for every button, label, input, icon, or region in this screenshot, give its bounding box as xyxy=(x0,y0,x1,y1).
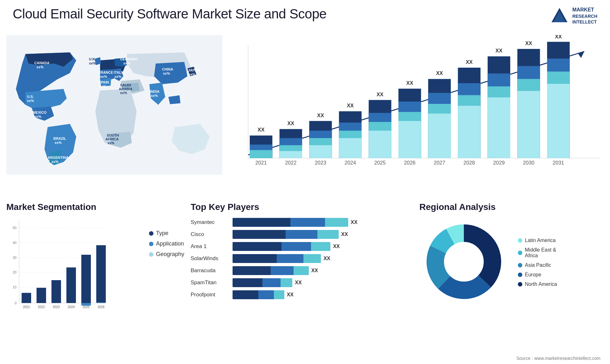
map-label-uk: U.K. xyxy=(89,57,96,61)
player-row-spamtitan: SpamTitan XX xyxy=(191,278,369,288)
map-label-japan: JAPAN xyxy=(188,68,200,72)
map-label-china: CHINA xyxy=(162,67,173,71)
svg-text:XX: XX xyxy=(406,80,413,86)
map-label-spain-val: xx% xyxy=(99,84,106,88)
key-players-section: Top Key Players Symantec XX Cisco xyxy=(191,202,369,354)
segmentation-legend: Type Application Geography xyxy=(149,217,184,258)
svg-text:2023: 2023 xyxy=(53,305,60,309)
legend-type-dot xyxy=(149,231,153,236)
svg-text:2026: 2026 xyxy=(98,305,105,309)
legend-asia-label: Asia Pacific xyxy=(525,262,551,268)
player-name-barracuda: Barracuda xyxy=(191,267,229,274)
player-xx-solarwinds: XX xyxy=(323,256,330,261)
svg-text:2028: 2028 xyxy=(464,160,475,165)
player-row-symantec: Symantec XX xyxy=(191,217,369,227)
svg-text:XX: XX xyxy=(317,112,324,118)
player-bar-solarwinds: XX xyxy=(233,253,369,264)
svg-rect-108 xyxy=(96,245,106,302)
svg-marker-4 xyxy=(578,51,584,58)
legend-geography: Geography xyxy=(149,251,184,258)
player-row-barracuda: Barracuda XX xyxy=(191,266,369,276)
regional-container: Latin America Middle East &Africa Asia P… xyxy=(419,217,604,307)
legend-application-dot xyxy=(149,242,153,246)
map-label-southafrica2: AFRICA xyxy=(105,137,119,141)
svg-text:30: 30 xyxy=(13,256,17,260)
player-row-solarwinds: SolarWinds XX xyxy=(191,253,369,264)
svg-rect-27 xyxy=(339,138,362,158)
segmentation-section: Market Segmentation 0 10 20 30 40 50 60 xyxy=(6,202,184,354)
map-label-brazil: BRAZIL xyxy=(53,137,66,140)
map-label-southafrica-val: xx% xyxy=(107,141,114,145)
bar-chart-section: XX 2021 XX 2022 XX 2023 XX 2024 XX 2025 xyxy=(229,35,604,175)
map-label-india: INDIA xyxy=(150,90,159,93)
legend-europe-dot xyxy=(518,273,522,277)
svg-text:2022: 2022 xyxy=(285,160,296,165)
legend-latin-america: Latin America xyxy=(518,238,557,243)
map-label-france: FRANCE xyxy=(98,71,113,74)
svg-text:2021: 2021 xyxy=(255,160,267,165)
map-label-saudi-val: xx% xyxy=(120,91,127,95)
map-label-japan-val: xx% xyxy=(188,72,195,76)
svg-text:2021: 2021 xyxy=(23,305,30,309)
legend-latin-label: Latin America xyxy=(525,238,556,243)
player-xx-proofpoint: XX xyxy=(287,292,294,298)
svg-text:2029: 2029 xyxy=(493,160,505,165)
player-xx-spamtitan: XX xyxy=(295,280,302,286)
legend-latin-dot xyxy=(518,238,522,243)
svg-text:XX: XX xyxy=(466,59,473,65)
segmentation-chart-area: 0 10 20 30 40 50 60 2021 xyxy=(6,217,184,327)
regional-section: Regional Analysis xyxy=(419,202,604,354)
legend-application: Application xyxy=(149,240,184,247)
player-xx-cisco: XX xyxy=(341,232,348,237)
map-label-saudi: SAUDI xyxy=(120,83,131,87)
svg-text:2024: 2024 xyxy=(68,305,75,309)
svg-rect-63 xyxy=(517,91,540,158)
map-label-mexico: MEXICO xyxy=(33,111,47,114)
player-xx-barracuda: XX xyxy=(311,268,318,273)
legend-mea-dot xyxy=(518,251,522,255)
svg-rect-96 xyxy=(51,280,61,303)
svg-text:50: 50 xyxy=(13,226,17,230)
map-label-us-val: xx% xyxy=(27,99,34,103)
player-bar-barracuda: XX xyxy=(233,266,369,276)
source-text: Source : www.marketresearchintellect.com xyxy=(516,356,600,361)
logo-text: MARKET RESEARCH INTELLECT xyxy=(572,7,597,25)
player-row-area1: Area 1 XX xyxy=(191,241,369,252)
svg-text:2025: 2025 xyxy=(374,160,386,165)
svg-text:40: 40 xyxy=(13,241,17,245)
map-label-saudi2: ARABIA xyxy=(119,87,132,91)
map-label-germany-val: xx% xyxy=(123,61,130,65)
legend-application-label: Application xyxy=(156,240,184,247)
map-label-uk-val: xx% xyxy=(89,61,96,65)
svg-text:2030: 2030 xyxy=(523,160,534,165)
svg-text:2023: 2023 xyxy=(315,160,326,165)
svg-rect-9 xyxy=(250,150,272,158)
svg-rect-33 xyxy=(369,131,391,158)
player-xx-area1: XX xyxy=(333,244,340,249)
svg-rect-51 xyxy=(458,106,480,158)
map-label-canada-val: xx% xyxy=(37,65,44,69)
player-name-cisco: Cisco xyxy=(191,231,229,238)
player-name-symantec: Symantec xyxy=(191,219,229,226)
svg-rect-88 xyxy=(22,293,31,303)
player-bar-area1: XX xyxy=(233,241,369,252)
player-row-cisco: Cisco XX xyxy=(191,229,369,239)
legend-type: Type xyxy=(149,230,184,237)
svg-point-115 xyxy=(444,242,484,281)
player-bar-cisco: XX xyxy=(233,229,369,239)
regional-title: Regional Analysis xyxy=(419,202,604,212)
svg-rect-69 xyxy=(547,84,570,158)
legend-europe-label: Europe xyxy=(525,272,541,278)
player-name-area1: Area 1 xyxy=(191,243,229,250)
map-label-southafrica: SOUTH xyxy=(107,133,119,137)
svg-rect-57 xyxy=(488,98,510,158)
map-label-germany: GERMANY xyxy=(120,57,138,61)
map-label-india-val: xx% xyxy=(151,94,158,98)
map-label-canada: CANADA xyxy=(34,61,50,65)
svg-rect-15 xyxy=(280,151,302,158)
svg-text:2025: 2025 xyxy=(83,305,90,309)
key-players-title: Top Key Players xyxy=(191,202,369,212)
player-name-proofpoint: Proofpoint xyxy=(191,292,229,298)
svg-text:XX: XX xyxy=(525,40,532,46)
player-name-spamtitan: SpamTitan xyxy=(191,280,229,286)
